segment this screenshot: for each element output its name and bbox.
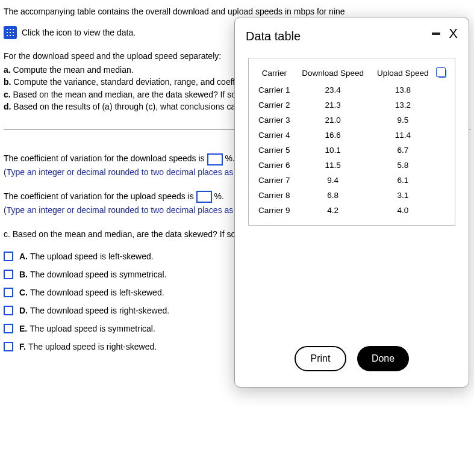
data-table: Carrier Download Speed Upload Speed Carr…: [254, 66, 450, 218]
col-upload: Upload Speed: [371, 66, 435, 82]
checkbox-c[interactable]: [4, 288, 13, 297]
cell-download: 23.4: [295, 82, 371, 97]
cell-carrier: Carrier 7: [254, 173, 295, 188]
checkbox-e[interactable]: [4, 324, 13, 333]
cell-download: 10.1: [295, 143, 371, 158]
table-row: Carrier 510.16.7: [254, 143, 450, 158]
done-button[interactable]: Done: [357, 346, 409, 371]
data-table-icon[interactable]: [4, 26, 17, 39]
table-row: Carrier 321.09.5: [254, 113, 450, 128]
table-row: Carrier 611.55.8: [254, 158, 450, 173]
table-row: Carrier 79.46.1: [254, 173, 450, 188]
checkbox-f[interactable]: [4, 342, 13, 351]
option-d-letter: D.: [19, 306, 28, 315]
cell-download: 16.6: [295, 128, 371, 143]
print-button[interactable]: Print: [295, 346, 346, 371]
option-a-letter: A.: [19, 252, 28, 261]
close-icon[interactable]: X: [449, 27, 458, 40]
cell-download: 21.3: [295, 97, 371, 113]
cell-download: 6.8: [295, 188, 371, 203]
cell-upload: 3.1: [371, 188, 435, 203]
checkbox-b[interactable]: [4, 270, 13, 279]
option-c-text: The download speed is left-skewed.: [30, 288, 164, 297]
checkbox-a[interactable]: [4, 252, 13, 261]
modal-title: Data table: [246, 29, 301, 43]
cv-download-input[interactable]: [207, 153, 223, 165]
option-d-text: The download speed is right-skewed.: [30, 306, 169, 315]
minimize-icon[interactable]: [432, 32, 440, 35]
cell-upload: 5.8: [371, 158, 435, 173]
data-table-wrap: Carrier Download Speed Upload Speed Carr…: [248, 58, 455, 226]
col-download: Download Speed: [295, 66, 371, 82]
cell-upload: 11.4: [371, 128, 435, 143]
cv-download-pre: The coefficient of variation for the dow…: [4, 153, 207, 163]
instruction-c-text: Based on the mean and median, are the da…: [13, 90, 261, 99]
cell-download: 4.2: [295, 203, 371, 218]
cv-upload-input[interactable]: [196, 191, 212, 203]
option-a-text: The upload speed is left-skewed.: [30, 252, 154, 261]
cell-upload: 9.5: [371, 113, 435, 128]
cell-carrier: Carrier 6: [254, 158, 295, 173]
cell-carrier: Carrier 8: [254, 188, 295, 203]
cell-upload: 13.2: [371, 97, 435, 113]
cell-carrier: Carrier 4: [254, 128, 295, 143]
option-b-letter: B.: [19, 270, 28, 279]
option-e-letter: E.: [19, 324, 27, 333]
table-row: Carrier 86.83.1: [254, 188, 450, 203]
col-carrier: Carrier: [254, 66, 295, 82]
cell-carrier: Carrier 9: [254, 203, 295, 218]
option-b-text: The download speed is symmetrical.: [30, 270, 166, 279]
cell-upload: 4.0: [371, 203, 435, 218]
copy-table-icon[interactable]: [435, 66, 450, 82]
cv-download-post: %.: [223, 153, 235, 163]
cell-carrier: Carrier 1: [254, 82, 295, 97]
cell-download: 11.5: [295, 158, 371, 173]
instruction-a-text: Compute the mean and median.: [13, 65, 134, 75]
table-row: Carrier 416.611.4: [254, 128, 450, 143]
cell-download: 9.4: [295, 173, 371, 188]
option-e-text: The upload speed is symmetrical.: [30, 324, 155, 333]
intro-text: The accompanying table contains the over…: [4, 6, 470, 17]
cell-carrier: Carrier 3: [254, 113, 295, 128]
cell-upload: 6.1: [371, 173, 435, 188]
option-f-text: The upload speed is right-skewed.: [28, 342, 157, 351]
cell-carrier: Carrier 5: [254, 143, 295, 158]
table-row: Carrier 94.24.0: [254, 203, 450, 218]
cv-upload-pre: The coefficient of variation for the upl…: [4, 191, 196, 201]
cell-download: 21.0: [295, 113, 371, 128]
cv-upload-post: %.: [212, 191, 224, 201]
cell-upload: 6.7: [371, 143, 435, 158]
cell-upload: 13.8: [371, 82, 435, 97]
option-f-letter: F.: [19, 342, 26, 351]
option-c-letter: C.: [19, 288, 28, 297]
table-row: Carrier 123.413.8: [254, 82, 450, 97]
checkbox-d[interactable]: [4, 306, 13, 315]
table-row: Carrier 221.313.2: [254, 97, 450, 113]
data-table-modal: Data table X Carrier Download Speed Uplo…: [234, 17, 469, 388]
cell-carrier: Carrier 2: [254, 97, 295, 113]
icon-hint: Click the icon to view the data.: [22, 28, 136, 37]
